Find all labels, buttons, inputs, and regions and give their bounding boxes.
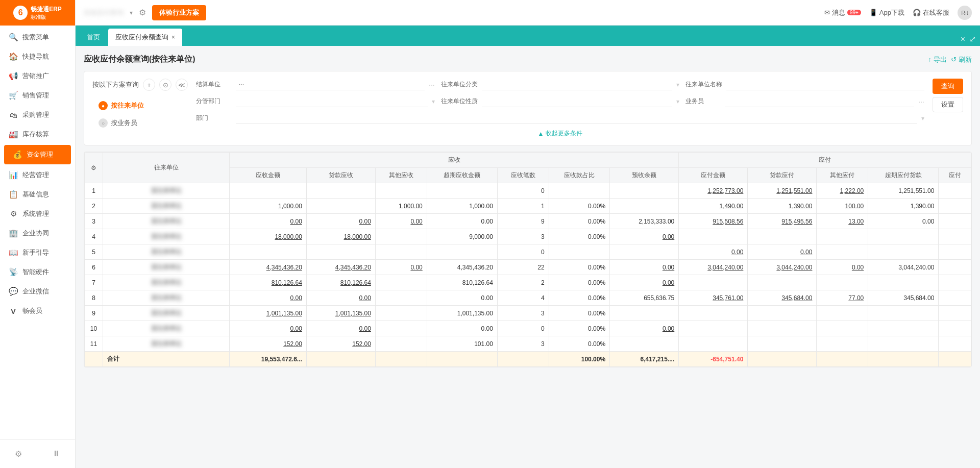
sidebar-item-label: 库存核算: [22, 130, 49, 139]
sidebar-item-system[interactable]: ⚙ 系统管理: [0, 204, 75, 224]
receivable-amt[interactable]: 4,345,436.20: [230, 260, 307, 275]
prev-scheme-btn[interactable]: ≪: [176, 79, 188, 91]
loan-receivable[interactable]: 810,126.64: [306, 275, 375, 290]
loan-payable: [748, 306, 817, 321]
partner-nature-input[interactable]: [482, 95, 673, 107]
collapse-btn[interactable]: ▲ 收起更多条件: [538, 129, 583, 138]
receivable-count: 3: [497, 229, 549, 244]
other-payable[interactable]: 1,222.00: [817, 183, 868, 199]
prepaid-balance[interactable]: 0.00: [610, 229, 679, 244]
sidebar-item-enterprise[interactable]: 🏢 企业协同: [0, 224, 75, 243]
tab-close-icon[interactable]: ×: [172, 34, 175, 41]
nav-arrow-icon[interactable]: ▾: [130, 9, 133, 16]
receivable-amt[interactable]: 0.00: [230, 321, 307, 336]
salesman-input[interactable]: [725, 95, 914, 107]
other-receivable[interactable]: 0.00: [375, 214, 427, 229]
sidebar-item-guide[interactable]: 📖 新手引导: [0, 243, 75, 262]
sidebar-item-capital[interactable]: 💰 资金管理: [4, 145, 71, 164]
th-settings[interactable]: ⚙: [85, 153, 103, 183]
sidebar-item-operation[interactable]: 📊 经营管理: [0, 165, 75, 185]
receivable-amt[interactable]: 810,126.64: [230, 275, 307, 290]
partner-name-input[interactable]: [726, 79, 924, 90]
sidebar-item-inventory[interactable]: 🏭 库存核算: [0, 125, 75, 144]
department-input[interactable]: [236, 112, 917, 124]
payable-amt[interactable]: 0.00: [679, 244, 748, 260]
payable-amt: [679, 275, 748, 290]
receivable-amt[interactable]: 1,000.00: [230, 199, 307, 214]
tab-receivable-query[interactable]: 应收应付余额查询 ×: [108, 29, 182, 46]
sidebar-item-purchase[interactable]: 🛍 采购管理: [0, 105, 75, 125]
payable-amt[interactable]: 3,044,240.00: [679, 260, 748, 275]
loan-payable[interactable]: 1,390.00: [748, 199, 817, 214]
user-avatar[interactable]: Rit: [958, 6, 972, 20]
payable-amt[interactable]: 1,490.00: [679, 199, 748, 214]
receivable-amt[interactable]: 152.00: [230, 336, 307, 352]
add-scheme-btn[interactable]: +: [143, 79, 155, 91]
dept-input[interactable]: [236, 95, 428, 107]
message-btn[interactable]: ✉ 消息 99+: [824, 8, 861, 17]
other-payable[interactable]: 0.00: [817, 260, 868, 275]
tab-close-all-icon[interactable]: ×: [961, 35, 965, 44]
payable-amt[interactable]: 345,761.00: [679, 290, 748, 306]
filter-by-partner[interactable]: ● 按往来单位: [92, 97, 188, 114]
other-payable[interactable]: 100.00: [817, 199, 868, 214]
payable-x: [939, 321, 971, 336]
header-settings-icon[interactable]: ⚙: [139, 8, 146, 17]
sidebar-settings-btn[interactable]: ⚙: [9, 445, 28, 463]
sidebar-item-basic-info[interactable]: 📋 基础信息: [0, 185, 75, 204]
loan-payable[interactable]: 1,251,551.00: [748, 183, 817, 199]
refresh-button[interactable]: ↺ 刷新: [951, 55, 972, 64]
other-payable[interactable]: 13.00: [817, 214, 868, 229]
promo-button[interactable]: 体验行业方案: [152, 5, 206, 20]
sidebar-item-quick-nav[interactable]: 🏠 快捷导航: [0, 47, 75, 66]
settings-scheme-btn[interactable]: ⊙: [159, 79, 172, 91]
tab-maximize-icon[interactable]: ⤢: [969, 34, 976, 44]
loan-receivable[interactable]: 152.00: [306, 336, 375, 352]
loan-receivable[interactable]: 1,001,135.00: [306, 306, 375, 321]
sidebar-item-member[interactable]: V 畅会员: [0, 301, 75, 321]
query-button[interactable]: 查询: [933, 79, 963, 94]
prepaid-balance[interactable]: 0.00: [610, 275, 679, 290]
receivable-amt[interactable]: 18,000.00: [230, 229, 307, 244]
payable-amt[interactable]: 1,252,773.00: [679, 183, 748, 199]
online-service-btn[interactable]: 🎧 在线客服: [913, 8, 949, 17]
settings-button[interactable]: 设置: [933, 97, 963, 112]
sidebar-item-marketing[interactable]: 📢 营销推广: [0, 66, 75, 86]
loan-payable[interactable]: 345,684.00: [748, 290, 817, 306]
table-row: 7 某往来单位 810,126.64 810,126.64 810,126.64…: [85, 275, 971, 290]
prepaid-balance[interactable]: 0.00: [610, 260, 679, 275]
other-receivable[interactable]: 0.00: [375, 260, 427, 275]
sidebar-item-search-menu[interactable]: 🔍 搜索菜单: [0, 28, 75, 47]
loan-receivable[interactable]: 0.00: [306, 321, 375, 336]
loan-payable[interactable]: 915,495.56: [748, 214, 817, 229]
loan-payable[interactable]: 0.00: [748, 244, 817, 260]
partner-category-input[interactable]: [482, 79, 673, 90]
receivable-amt[interactable]: 1,001,135.00: [230, 306, 307, 321]
receivable-amt[interactable]: 0.00: [230, 214, 307, 229]
other-payable[interactable]: 77.00: [817, 290, 868, 306]
prepaid-balance[interactable]: 0.00: [610, 321, 679, 336]
loan-receivable[interactable]: 0.00: [306, 290, 375, 306]
row-idx: 5: [85, 244, 103, 260]
sidebar-item-sales[interactable]: 🛒 销售管理: [0, 86, 75, 105]
export-button[interactable]: ↑ 导出: [928, 55, 947, 64]
sidebar-collapse-btn[interactable]: ⏸: [46, 445, 66, 463]
other-receivable[interactable]: 1,000.00: [375, 199, 427, 214]
tab-home[interactable]: 首页: [80, 29, 107, 46]
settlement-input[interactable]: [236, 79, 425, 90]
dept-dropdown-icon[interactable]: ▾: [432, 98, 435, 105]
sidebar-item-smart-hw[interactable]: 📡 智能硬件: [0, 262, 75, 282]
partner-category-dropdown-icon[interactable]: ▾: [676, 81, 679, 88]
sidebar-item-enterprise-wx[interactable]: 💬 企业微信: [0, 282, 75, 301]
loan-payable[interactable]: 3,044,240.00: [748, 260, 817, 275]
payable-amt[interactable]: 915,508.56: [679, 214, 748, 229]
loan-receivable[interactable]: 18,000.00: [306, 229, 375, 244]
loan-receivable[interactable]: 4,345,436.20: [306, 260, 375, 275]
receivable-amt[interactable]: 0.00: [230, 290, 307, 306]
department-dropdown-icon[interactable]: ▾: [921, 115, 924, 122]
loan-receivable[interactable]: 0.00: [306, 214, 375, 229]
receivable-pct: 0.00%: [549, 336, 609, 352]
partner-nature-dropdown-icon[interactable]: ▾: [676, 98, 679, 105]
app-download-btn[interactable]: 📱 App下载: [869, 8, 904, 17]
filter-by-salesman[interactable]: ○ 按业务员: [92, 114, 188, 132]
